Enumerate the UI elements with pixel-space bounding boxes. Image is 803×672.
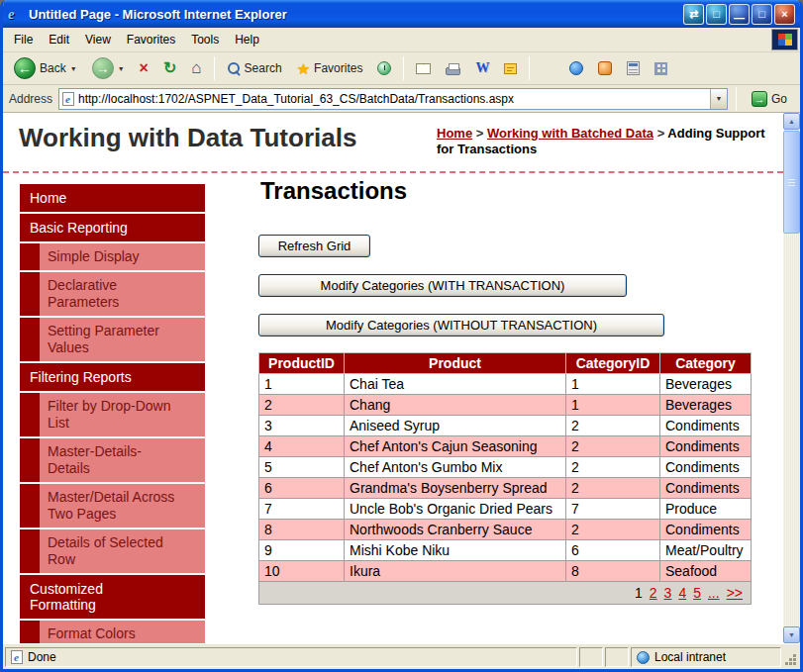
scrollbar-thumb[interactable]: [783, 131, 800, 234]
sidebar-subitem-declarative-parameters[interactable]: Declarative Parameters: [20, 272, 205, 316]
sidebar-item-filtering-reports[interactable]: Filtering Reports: [20, 363, 205, 391]
table-row: 5Chef Anton's Gumbo Mix2Condiments: [259, 457, 752, 478]
menu-file[interactable]: File: [6, 29, 41, 50]
menu-edit[interactable]: Edit: [41, 29, 77, 50]
sidebar-indent-strip: [20, 243, 40, 270]
table-cell: Condiments: [660, 457, 752, 478]
discuss-button[interactable]: [499, 61, 522, 76]
breadcrumb-link-home[interactable]: Home: [437, 126, 472, 141]
grid-header-row: ProductIDProductCategoryIDCategory: [259, 353, 752, 374]
toolbar-separator: [403, 56, 404, 80]
home-button[interactable]: ⌂: [186, 58, 206, 78]
sidebar-subitem-details-of-selected-row[interactable]: Details of Selected Row: [20, 529, 205, 573]
breadcrumb-separator: >: [653, 126, 667, 141]
table-row: 6Grandma's Boysenberry Spread2Condiments: [259, 478, 752, 499]
scroll-down-button[interactable]: ▼: [783, 626, 800, 643]
discuss-icon: [504, 63, 517, 74]
sidebar-subitem-format-colors[interactable]: Format Colors: [20, 621, 205, 643]
forward-button[interactable]: → ▼: [87, 55, 130, 81]
pager-ellipsis[interactable]: ...: [708, 585, 720, 601]
favorites-button[interactable]: ★ Favorites: [292, 59, 368, 78]
modify-without-transaction-button[interactable]: Modify Categories (WITHOUT TRANSACTION): [258, 314, 664, 336]
home-icon: ⌂: [191, 60, 201, 76]
table-cell: Grandma's Boysenberry Spread: [345, 478, 566, 499]
word-icon: W: [475, 61, 489, 75]
sidebar-indent-strip: [20, 529, 40, 573]
sidebar-subitem-setting-parameter-values[interactable]: Setting Parameter Values: [20, 318, 205, 361]
scroll-up-button[interactable]: ▲: [783, 113, 800, 130]
sidebar-subitem-master-details-details[interactable]: Master-Details-Details: [20, 438, 205, 482]
breadcrumb-link-working-with-batched-data[interactable]: Working with Batched Data: [487, 126, 653, 141]
table-cell: 3: [259, 416, 345, 436]
titlebar-extra-button-2[interactable]: □: [706, 4, 727, 25]
pager-page-3[interactable]: 3: [664, 585, 672, 601]
sidebar-subitem-master-detail-across-two-pages[interactable]: Master/Detail Across Two Pages: [20, 484, 205, 528]
toolbar-separator: [214, 56, 215, 80]
sidebar-indent-strip: [20, 438, 40, 482]
addon-calculator-icon: [627, 61, 640, 75]
print-button[interactable]: [441, 60, 465, 77]
pager-next[interactable]: >>: [727, 585, 743, 601]
titlebar-extra-button-1[interactable]: ⇄: [683, 4, 704, 25]
address-dropdown-button[interactable]: ▼: [710, 89, 727, 109]
back-button[interactable]: ← Back ▼: [9, 55, 82, 81]
edit-with-word-button[interactable]: W: [470, 59, 494, 77]
table-cell: 2: [566, 416, 660, 436]
addon-button-3[interactable]: [622, 59, 645, 77]
address-label: Address: [9, 92, 52, 106]
refresh-button[interactable]: ↻: [158, 58, 181, 78]
table-cell: Beverages: [660, 374, 752, 395]
modify-with-transaction-button[interactable]: Modify Categories (WITH TRANSACTION): [258, 274, 627, 297]
table-row: 2Chang1Beverages: [259, 395, 752, 416]
addon-grid-icon: [654, 62, 667, 75]
table-cell: Aniseed Syrup: [345, 416, 566, 436]
menu-help[interactable]: Help: [227, 29, 267, 50]
addon-button-1[interactable]: [564, 59, 588, 77]
history-button[interactable]: [372, 59, 396, 77]
search-label: Search: [245, 61, 282, 75]
search-button[interactable]: Search: [222, 59, 287, 77]
sidebar-item-home[interactable]: Home: [20, 184, 205, 212]
table-cell: 9: [259, 540, 345, 561]
resize-grip[interactable]: [783, 647, 798, 667]
menu-view[interactable]: View: [77, 29, 119, 50]
sidebar-subitem-simple-display[interactable]: Simple Display: [20, 243, 205, 270]
close-button[interactable]: ×: [774, 4, 795, 25]
table-cell: 2: [566, 478, 660, 499]
sidebar-item-basic-reporting[interactable]: Basic Reporting: [20, 214, 205, 241]
table-cell: Meat/Poultry: [660, 540, 752, 561]
restore-window-icon: □: [713, 9, 720, 20]
addon-button-4[interactable]: [650, 60, 672, 77]
sidebar-subitem-label: Details of Selected Row: [40, 529, 205, 573]
vertical-scrollbar[interactable]: ▲ ▼: [783, 113, 800, 643]
menu-tools[interactable]: Tools: [183, 29, 227, 50]
refresh-grid-button[interactable]: Refresh Grid: [258, 235, 370, 257]
table-cell: Chang: [345, 395, 566, 416]
stop-button[interactable]: ×: [135, 58, 153, 78]
addon-button-2[interactable]: [593, 59, 617, 77]
security-zone-text: Local intranet: [654, 650, 726, 664]
pager-page-5[interactable]: 5: [693, 585, 701, 601]
address-input[interactable]: [78, 92, 706, 106]
sidebar-subitem-label: Filter by Drop-Down List: [40, 393, 205, 436]
pager-row: 12345...>>: [259, 582, 752, 605]
table-cell: Chai Tea: [345, 374, 566, 395]
table-cell: 6: [566, 540, 660, 561]
pager: 12345...>>: [259, 582, 752, 605]
mail-icon: [416, 63, 431, 74]
minimize-button[interactable]: —: [729, 4, 750, 25]
table-cell: Produce: [660, 499, 752, 520]
titlebar[interactable]: e Untitled Page - Microsoft Internet Exp…: [3, 0, 800, 28]
mail-button[interactable]: [411, 61, 436, 76]
table-row: 1Chai Tea1Beverages: [259, 374, 752, 395]
pager-page-2[interactable]: 2: [650, 585, 657, 601]
sidebar-subitem-filter-by-drop-down-list[interactable]: Filter by Drop-Down List: [20, 393, 205, 436]
pager-page-4[interactable]: 4: [678, 585, 686, 601]
web-page: Working with Data Tutorials Home > Worki…: [3, 113, 783, 643]
sidebar-menu: HomeBasic ReportingSimple DisplayDeclara…: [20, 184, 205, 643]
sidebar-item-customized-formatting[interactable]: Customized Formatting: [20, 575, 205, 619]
maximize-button[interactable]: □: [752, 4, 772, 25]
go-button[interactable]: → Go: [745, 89, 794, 109]
windows-flag-icon: [778, 34, 792, 46]
menu-favorites[interactable]: Favorites: [119, 29, 183, 50]
